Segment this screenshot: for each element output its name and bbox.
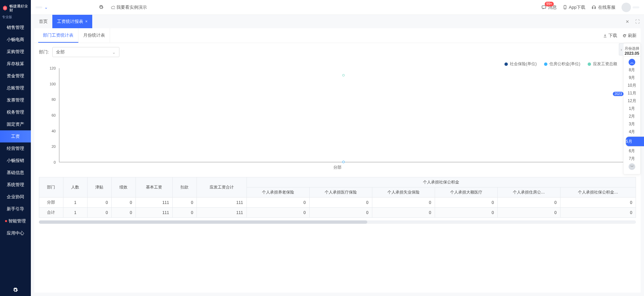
sidebar-item-15[interactable]: 新手引导: [0, 203, 31, 215]
sidebar-item-10[interactable]: 经营管理: [0, 142, 31, 155]
y-tick: 100: [50, 82, 56, 86]
gear-icon: [13, 287, 18, 293]
sidebar-item-9[interactable]: 工资: [0, 130, 31, 142]
org-switcher[interactable]: ⌄: [36, 5, 96, 10]
sidebar-item-13[interactable]: 系统管理: [0, 179, 31, 191]
report-subtabs: 部门工资统计表月份统计表 下载 刷新: [34, 28, 641, 43]
avatar: [622, 3, 631, 12]
col-sub-header: 个人承担失业保险: [372, 187, 435, 198]
refresh-button[interactable]: 刷新: [623, 33, 637, 39]
demo-link[interactable]: 我要看实例演示: [110, 4, 147, 10]
sidebar-item-label: 应用中心: [7, 230, 24, 236]
sidebar-item-7[interactable]: 税务管理: [0, 106, 31, 118]
brand-icon: [2, 5, 8, 11]
dept-select[interactable]: 全部 ⌄: [52, 47, 119, 57]
y-tick: 40: [52, 129, 56, 133]
sidebar: 畅捷通好业财 专业版 销售管理小畅电商采购管理库存核算资金管理总账管理发票管理税…: [0, 0, 31, 296]
col-header: 扣款: [172, 177, 197, 198]
sidebar-item-label: 小畅电商: [7, 37, 24, 43]
settings-icon[interactable]: [99, 5, 104, 10]
close-tab-button[interactable]: ✕: [624, 18, 631, 25]
fullscreen-button[interactable]: ⛶: [634, 18, 641, 25]
sidebar-item-label: 基础信息: [7, 170, 24, 176]
chart-area: 社会保险(单位)住房公积金(单位)应发工资总额 020406080100120 …: [34, 61, 641, 172]
month-panel-toggle[interactable]: ›: [619, 43, 624, 55]
sidebar-item-1[interactable]: 小畅电商: [0, 34, 31, 46]
sidebar-item-label: 总账管理: [7, 85, 24, 91]
sidebar-settings[interactable]: [0, 284, 31, 296]
month-option[interactable]: 12月: [624, 97, 640, 105]
mobile-icon: [563, 5, 567, 10]
month-option[interactable]: 11月: [624, 89, 640, 97]
online-service-button[interactable]: 在线客服: [591, 4, 615, 10]
sidebar-item-8[interactable]: 固定资产: [0, 118, 31, 130]
app-download-button[interactable]: App下载: [563, 4, 585, 10]
col-header: 基本工资: [136, 177, 172, 198]
sidebar-item-11[interactable]: 小畅报销: [0, 155, 31, 167]
chevron-down-icon: ⌄: [44, 5, 48, 10]
download-button[interactable]: 下载: [603, 33, 617, 39]
svg-rect-0: [542, 6, 546, 8]
close-icon[interactable]: ×: [85, 19, 88, 24]
col-header: 津贴: [87, 177, 111, 198]
y-tick: 60: [52, 113, 56, 117]
month-scroll-down[interactable]: ︾: [629, 163, 635, 170]
message-badge: 99+: [545, 2, 554, 6]
brand-logo: 畅捷通好业财: [0, 0, 31, 15]
month-option[interactable]: 1月: [624, 105, 640, 113]
month-option[interactable]: 9月: [624, 74, 640, 82]
month-option[interactable]: 3月: [624, 120, 640, 128]
sidebar-item-label: 资金管理: [7, 73, 24, 79]
month-option[interactable]: 10月: [624, 82, 640, 89]
sidebar-item-16[interactable]: 智能管理: [0, 215, 31, 227]
sidebar-item-label: 发票管理: [7, 97, 24, 103]
month-option[interactable]: 6月: [624, 147, 640, 155]
month-option[interactable]: 2月: [624, 113, 640, 120]
sidebar-item-2[interactable]: 采购管理: [0, 46, 31, 58]
sidebar-item-label: 经营管理: [7, 145, 24, 152]
salary-table: 部门人数津贴绩效基本工资扣款应发工资合计个人承担社保公积金个人承担养老保险个人承…: [39, 177, 636, 218]
sidebar-item-label: 税务管理: [7, 109, 24, 115]
month-option[interactable]: 4月: [624, 128, 640, 136]
legend-item[interactable]: 社会保险(单位): [504, 61, 537, 67]
col-header: 人数: [63, 177, 87, 198]
month-option[interactable]: 5月: [626, 136, 644, 146]
y-tick: 0: [54, 160, 56, 164]
table-h-scrollbar[interactable]: [39, 220, 636, 224]
sidebar-item-label: 系统管理: [7, 182, 24, 188]
sidebar-item-label: 企业协同: [7, 194, 24, 200]
col-header: 应发工资合计: [197, 177, 247, 198]
page-tab-0[interactable]: 首页: [34, 15, 52, 28]
col-header: 绩效: [111, 177, 136, 198]
subtab-0[interactable]: 部门工资统计表: [38, 28, 78, 43]
legend-item[interactable]: 应发工资总额: [588, 61, 617, 67]
chart-xlabel: 分部: [333, 165, 341, 170]
sidebar-item-12[interactable]: 基础信息: [0, 167, 31, 179]
month-option[interactable]: 7月: [624, 155, 640, 163]
sidebar-item-4[interactable]: 资金管理: [0, 70, 31, 82]
month-scroll-up[interactable]: ︽: [629, 59, 635, 66]
sidebar-item-17[interactable]: 应用中心: [0, 227, 31, 239]
month-selector-panel: › 月份选择 2023.05 ︽ 8月9月10月11月12月1月2月3月4月5月…: [623, 43, 641, 174]
subtab-1[interactable]: 月份统计表: [78, 28, 110, 43]
sidebar-item-label: 智能管理: [8, 218, 26, 224]
chart-point: [342, 161, 344, 163]
col-sub-header: 个人承担住房公…: [497, 187, 560, 198]
col-group-header: 个人承担社保公积金: [247, 177, 636, 187]
brand-edition: 专业版: [0, 15, 31, 19]
sidebar-item-14[interactable]: 企业协同: [0, 191, 31, 203]
y-tick: 120: [50, 66, 56, 70]
chevron-down-icon: ⌄: [112, 50, 116, 55]
legend-item[interactable]: 住房公积金(单位): [544, 61, 580, 67]
sidebar-item-5[interactable]: 总账管理: [0, 82, 31, 94]
user-menu[interactable]: [622, 3, 639, 12]
messages-button[interactable]: 消息 99+: [541, 4, 557, 10]
month-option[interactable]: 8月: [624, 66, 640, 74]
page-tab-1[interactable]: 工资统计报表×: [52, 15, 92, 28]
sidebar-item-6[interactable]: 发票管理: [0, 94, 31, 106]
sidebar-item-0[interactable]: 销售管理: [0, 22, 31, 34]
sidebar-item-3[interactable]: 库存核算: [0, 58, 31, 70]
col-sub-header: 个人承担养老保险: [247, 187, 309, 198]
download-icon: [603, 34, 607, 38]
sidebar-item-label: 库存核算: [7, 61, 24, 67]
